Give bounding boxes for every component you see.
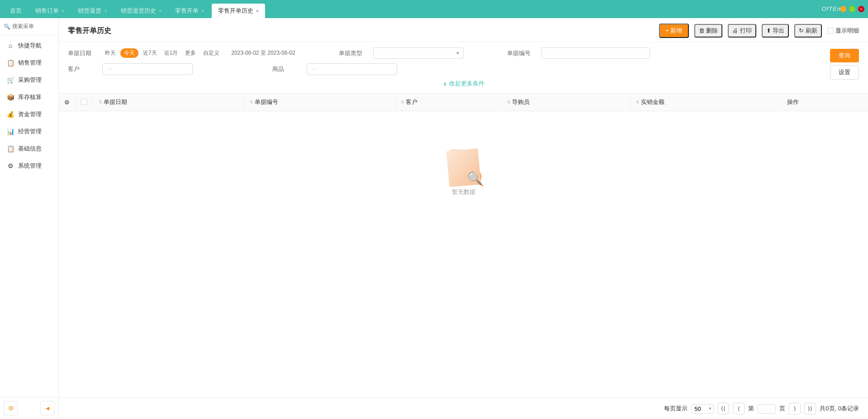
tab-bar-right: OfTEn － □ ×	[840, 6, 864, 12]
delete-button[interactable]: 🗑 删除	[694, 24, 723, 38]
tab-retail-open-history[interactable]: 零售开单历史×	[212, 4, 265, 18]
col-header-action: 操作	[781, 94, 868, 111]
sidebar-item-quick-nav[interactable]: ⌂快捷导航	[0, 37, 58, 54]
collapse-button[interactable]: ∧ 收起更多条件	[443, 80, 484, 88]
show-detail-checkbox[interactable]	[827, 28, 834, 34]
goods-input-wrapper[interactable]: ···	[307, 63, 397, 75]
tab-close-retail-open-history[interactable]: ×	[256, 8, 259, 14]
bill-no-label: 单据编号	[507, 49, 534, 57]
svg-rect-1	[451, 150, 476, 180]
date-shortcut-今天[interactable]: 今天	[120, 48, 138, 58]
collapse-sidebar-button[interactable]: ◄	[40, 401, 55, 415]
settings-icon: ⚙	[8, 405, 14, 412]
col-header-customer[interactable]: ⇅客户	[395, 94, 501, 111]
tab-close-sales-return[interactable]: ×	[104, 8, 107, 14]
date-shortcut-近7天[interactable]: 近7天	[140, 48, 160, 58]
last-page-button[interactable]: ⟩⟩	[804, 403, 816, 414]
bill-no-input[interactable]	[541, 47, 650, 59]
add-button[interactable]: + 新增	[659, 24, 688, 38]
date-range: 2023-06-02 至 2023-06-02	[231, 49, 295, 57]
tab-sales-return[interactable]: 销货退货×	[71, 4, 113, 18]
print-button[interactable]: 🖨 打印	[728, 24, 756, 38]
window-minimize-button[interactable]: －	[840, 6, 846, 12]
tab-close-sales-order[interactable]: ×	[62, 8, 64, 14]
main-layout: 🔍 搜索采单 ⌂快捷导航📋销售管理🛒采购管理📦库存核算💰资金管理📊经营管理📋基础…	[0, 18, 868, 419]
empty-svg-icon	[441, 147, 486, 188]
empty-text: 暂无数据	[452, 188, 475, 196]
collapse-chevron-icon: ∧	[443, 80, 447, 87]
page-prefix-label: 第	[748, 405, 754, 413]
sidebar-nav: ⌂快捷导航📋销售管理🛒采购管理📦库存核算💰资金管理📊经营管理📋基础信息⚙系统管理	[0, 35, 58, 397]
page-suffix-label: 页	[779, 405, 785, 413]
tab-close-retail-open[interactable]: ×	[201, 8, 204, 14]
bill-type-select[interactable]	[373, 47, 464, 59]
sidebar-item-purchase-mgmt[interactable]: 🛒采购管理	[0, 71, 58, 89]
empty-illustration	[441, 147, 486, 188]
per-page-select[interactable]: 102050100	[691, 404, 714, 414]
first-page-button[interactable]: ⟨⟨	[717, 403, 729, 414]
customer-input-wrapper[interactable]: ···	[102, 63, 193, 75]
filter-area: 单据日期 昨天今天近7天近1月更多自定义 2023-06-02 至 2023-0…	[59, 42, 868, 94]
tab-close-sales-return-history[interactable]: ×	[159, 8, 161, 14]
sidebar-icon-inventory: 📦	[6, 93, 14, 101]
query-button[interactable]: 查询	[830, 49, 859, 62]
col-header-guide[interactable]: ⇅导购员	[502, 94, 631, 111]
col-header-amount[interactable]: ⇅实销金额	[630, 94, 781, 111]
date-shortcut-昨天[interactable]: 昨天	[102, 48, 119, 58]
select-all-checkbox[interactable]	[81, 99, 87, 105]
collapse-icon: ◄	[44, 405, 51, 412]
bill-type-select-wrapper: ▼	[373, 47, 464, 59]
settings-button[interactable]: ⚙	[4, 401, 18, 415]
sidebar-label-sales-mgmt: 销售管理	[18, 59, 42, 67]
col-header-bill-no[interactable]: ⇅单据编号	[244, 94, 395, 111]
sidebar-item-base-info[interactable]: 📋基础信息	[0, 140, 58, 157]
col-header-checkbox	[76, 94, 93, 111]
tab-sales-return-history[interactable]: 销货退货历史×	[114, 4, 168, 18]
refresh-button[interactable]: ↻ 刷新	[794, 24, 822, 38]
svg-rect-0	[448, 150, 475, 183]
sidebar-item-finance[interactable]: 💰资金管理	[0, 106, 58, 123]
per-page-label: 每页显示	[664, 405, 688, 413]
sidebar-item-system[interactable]: ⚙系统管理	[0, 157, 58, 174]
table-settings-icon[interactable]: ⚙	[64, 99, 70, 106]
date-shortcut-近1月[interactable]: 近1月	[161, 48, 181, 58]
per-page-wrapper: 102050100 ▼	[691, 404, 714, 414]
tab-retail-open[interactable]: 零售开单×	[169, 4, 210, 18]
window-maximize-button[interactable]: □	[849, 6, 855, 12]
settings-query-button[interactable]: 设置	[830, 65, 859, 80]
tab-sales-order[interactable]: 销售订单×	[29, 4, 71, 18]
tab-label-retail-open-history: 零售开单历史	[218, 7, 253, 15]
tab-home[interactable]: 首页	[4, 4, 28, 18]
export-button[interactable]: ⬆ 导出	[762, 24, 789, 38]
action-buttons: 查询 设置	[830, 49, 859, 80]
sort-icon-guide: ⇅	[507, 100, 511, 104]
col-label-guide: 导购员	[512, 98, 530, 106]
total-info: 共0页, 0条记录	[820, 405, 859, 413]
page-number-input[interactable]: 1	[758, 404, 776, 414]
sidebar-label-finance: 资金管理	[18, 110, 42, 118]
search-label: 搜索采单	[12, 23, 34, 30]
sort-icon-bill-no: ⇅	[250, 100, 253, 104]
prev-page-button[interactable]: ⟨	[733, 403, 745, 414]
sidebar-item-operations[interactable]: 📊经营管理	[0, 123, 58, 140]
date-shortcut-自定义[interactable]: 自定义	[200, 48, 222, 58]
date-shortcut-更多[interactable]: 更多	[182, 48, 199, 58]
search-icon: 🔍	[4, 24, 10, 30]
sidebar-search[interactable]: 🔍 搜索采单	[0, 18, 58, 35]
empty-state: 暂无数据	[59, 111, 868, 232]
filter-row-1: 单据日期 昨天今天近7天近1月更多自定义 2023-06-02 至 2023-0…	[68, 47, 859, 59]
sidebar-label-inventory: 库存核算	[18, 93, 42, 101]
tab-label-home: 首页	[10, 7, 22, 15]
show-detail-wrapper[interactable]: 显示明细	[827, 27, 859, 35]
next-page-button[interactable]: ⟩	[789, 403, 801, 414]
window-close-button[interactable]: ×	[858, 6, 864, 12]
col-header-date[interactable]: ⇅单据日期	[93, 94, 244, 111]
sidebar-item-sales-mgmt[interactable]: 📋销售管理	[0, 54, 58, 71]
search-trigger[interactable]: 🔍 搜索采单	[4, 23, 55, 30]
goods-label: 商品	[272, 65, 299, 73]
sidebar-label-quick-nav: 快捷导航	[18, 42, 42, 50]
sidebar-item-inventory[interactable]: 📦库存核算	[0, 89, 58, 106]
col-label-amount: 实销金额	[641, 98, 664, 106]
tab-bar: 首页销售订单×销货退货×销货退货历史×零售开单×零售开单历史× OfTEn － …	[0, 0, 868, 18]
sort-icon-amount: ⇅	[636, 100, 640, 104]
